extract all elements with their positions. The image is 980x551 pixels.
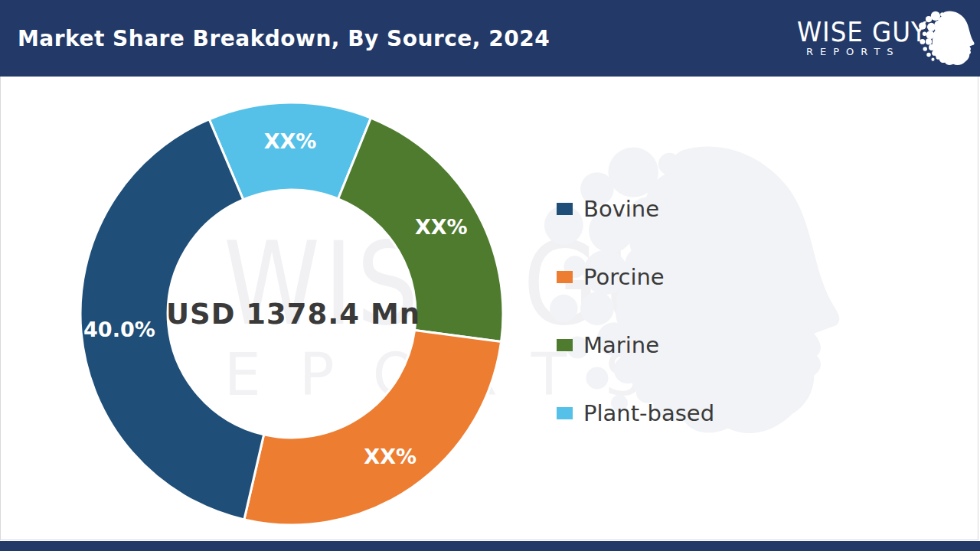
brand-subtitle: REPORTS [806,46,900,57]
legend-item-bovine: Bovine [557,197,714,220]
legend-swatch-porcine [557,271,573,283]
brand-wordmark: WISE GUY [797,17,927,47]
legend-item-marine: Marine [557,334,714,357]
legend-label-porcine: Porcine [583,266,665,289]
legend-swatch-marine [557,339,573,351]
donut-segment-porcine [244,330,501,525]
donut-chart: XX%XX%XX%40.0%USD 1378.4 Mn [0,77,980,540]
header-bar: Market Share Breakdown, By Source, 2024 … [0,0,980,77]
page-title: Market Share Breakdown, By Source, 2024 [18,26,550,51]
segment-label-porcine: XX% [364,445,416,468]
legend-swatch-plant-based [557,407,573,419]
legend-item-plant-based: Plant-based [557,402,714,425]
donut-center-value: USD 1378.4 Mn [166,298,420,331]
chart-legend: Bovine Porcine Marine Plant-based [557,197,714,425]
footer-bar [0,541,980,551]
report-page: Market Share Breakdown, By Source, 2024 … [0,0,980,551]
segment-label-bovine: 40.0% [83,318,155,341]
legend-item-porcine: Porcine [557,266,714,289]
wiseguy-face-logo-icon [917,5,980,73]
segment-label-plant-based: XX% [264,129,317,153]
legend-label-bovine: Bovine [583,198,659,220]
legend-label-marine: Marine [583,334,659,357]
legend-label-plant-based: Plant-based [583,403,714,425]
segment-label-marine: XX% [415,215,468,239]
legend-swatch-bovine [557,203,573,215]
